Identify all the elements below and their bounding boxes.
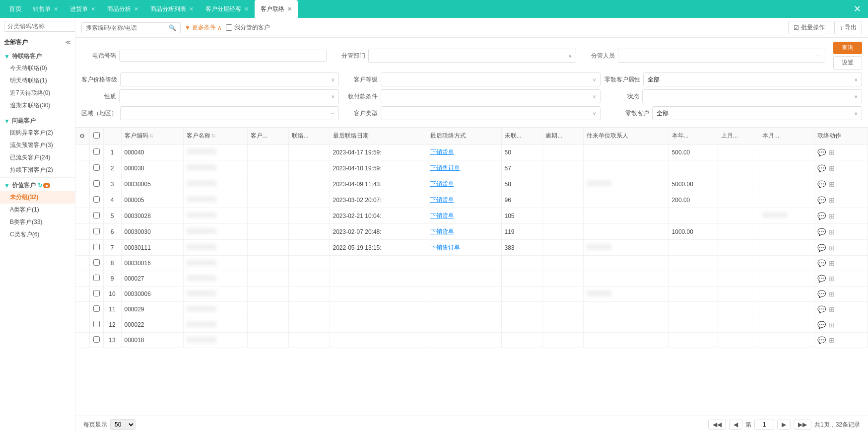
row-checkbox-cell[interactable] [89, 144, 103, 160]
row-checkbox-cell[interactable] [89, 317, 103, 333]
window-close-icon[interactable]: ✕ [851, 3, 864, 14]
status-select[interactable]: ∨ [642, 89, 862, 103]
row-checkbox-cell[interactable] [89, 176, 103, 192]
chat-icon[interactable]: 💬 [817, 212, 826, 220]
row-checkbox-cell[interactable] [89, 287, 103, 302]
chat-icon[interactable]: 💬 [817, 321, 826, 329]
row-last-method-cell[interactable] [427, 302, 501, 317]
row-last-method-cell[interactable] [427, 287, 501, 302]
sidebar-item-classB[interactable]: B类客户(33) [0, 216, 75, 228]
row-checkbox[interactable] [93, 244, 100, 250]
chat-icon[interactable]: 💬 [817, 336, 826, 344]
row-checkbox-cell[interactable] [89, 256, 103, 271]
sidebar-item-classC[interactable]: C类客户(6) [0, 228, 75, 241]
grid-icon[interactable]: ⊞ [829, 336, 835, 344]
row-last-method-cell[interactable]: 下销货单 [427, 176, 501, 192]
col-checkbox-all[interactable] [89, 128, 103, 144]
payment-select[interactable]: ∨ [381, 89, 601, 103]
tab-analysis-list[interactable]: 商品分析列表 ✕ [144, 0, 200, 18]
row-checkbox[interactable] [93, 212, 100, 218]
row-checkbox[interactable] [93, 196, 100, 203]
grid-icon[interactable]: ⊞ [829, 259, 835, 267]
grid-icon[interactable]: ⊞ [829, 275, 835, 283]
last-method-link[interactable]: 下销货单 [430, 228, 454, 235]
row-checkbox[interactable] [93, 321, 100, 327]
chat-icon[interactable]: 💬 [817, 290, 826, 298]
last-method-link[interactable]: 下销售订单 [430, 164, 460, 171]
row-checkbox[interactable] [93, 336, 100, 343]
row-checkbox-cell[interactable] [89, 224, 103, 240]
value-customers-group[interactable]: ▼ 价值客户 ↻ ● [0, 179, 75, 191]
sort-name-icon[interactable]: ⇅ [211, 133, 215, 139]
col-settings[interactable]: ⚙ [75, 128, 89, 144]
customer-grade-select[interactable]: ∨ [381, 72, 601, 86]
row-checkbox[interactable] [93, 305, 100, 312]
row-last-method-cell[interactable]: 下销货单 [427, 224, 501, 240]
col-name[interactable]: 客户名称⇅ [183, 128, 247, 144]
col-last-method[interactable]: 最后联络方式 [427, 128, 501, 144]
chat-icon[interactable]: 💬 [817, 164, 826, 172]
last-method-link[interactable]: 下销货单 [430, 148, 454, 155]
close-sales-icon[interactable]: ✕ [54, 6, 58, 12]
col-overdue[interactable]: 逾期... [542, 128, 584, 144]
next-page-btn[interactable]: ▶ [777, 420, 791, 430]
chat-icon[interactable]: 💬 [817, 305, 826, 313]
sidebar-item-abnormal[interactable]: 回购异常客户(2) [0, 127, 75, 139]
row-checkbox-cell[interactable] [89, 271, 103, 287]
close-customer-contact-icon[interactable]: ✕ [287, 6, 292, 12]
row-checkbox-cell[interactable] [89, 160, 103, 176]
grid-icon[interactable]: ⊞ [829, 290, 835, 298]
tab-home[interactable]: 首页 [4, 0, 27, 18]
col-type[interactable]: 客户... [247, 128, 288, 144]
chat-icon[interactable]: 💬 [817, 228, 826, 236]
price-grade-select[interactable]: ∨ [120, 72, 339, 86]
retail-attr-select[interactable]: 全部 ∨ [643, 72, 862, 86]
reset-btn[interactable]: 设置 [833, 56, 862, 70]
my-customers-checkbox[interactable] [226, 24, 232, 31]
property-select[interactable]: ∨ [119, 89, 339, 103]
retail-customer-select[interactable]: 全部 ∨ [652, 106, 862, 120]
row-checkbox[interactable] [93, 180, 100, 187]
search-input[interactable] [86, 24, 169, 31]
close-analysis-icon[interactable]: ✕ [134, 6, 138, 12]
customer-type-select[interactable]: ∨ [381, 106, 601, 120]
grid-icon[interactable]: ⊞ [829, 164, 835, 172]
row-checkbox-cell[interactable] [89, 192, 103, 208]
region-select[interactable]: ··· [120, 106, 339, 120]
tab-customer-segment[interactable]: 客户分层经客 ✕ [200, 0, 255, 18]
export-btn[interactable]: ↓ 导出 [834, 21, 862, 34]
row-checkbox[interactable] [93, 259, 100, 266]
chat-icon[interactable]: 💬 [817, 259, 826, 267]
grid-icon[interactable]: ⊞ [829, 244, 835, 252]
close-customer-segment-icon[interactable]: ✕ [244, 6, 249, 12]
grid-icon[interactable]: ⊞ [829, 196, 835, 204]
row-checkbox[interactable] [93, 148, 100, 155]
page-number-input[interactable] [754, 420, 774, 430]
row-checkbox-cell[interactable] [89, 302, 103, 317]
sidebar-item-lost[interactable]: 已流失客户(24) [0, 151, 75, 164]
sidebar-item-week[interactable]: 近7天待联络(0) [0, 87, 75, 99]
col-contact[interactable]: 联络... [288, 128, 330, 144]
tab-sales[interactable]: 销售单 ✕ [27, 0, 64, 18]
sidebar-item-tomorrow[interactable]: 明天待联络(1) [0, 74, 75, 87]
chat-icon[interactable]: 💬 [817, 180, 826, 188]
col-this-month[interactable]: 本月... [759, 128, 814, 144]
sidebar-item-declining[interactable]: 持续下滑客户(2) [0, 164, 75, 176]
per-page-select[interactable]: 50 100 200 [110, 419, 135, 430]
grid-icon[interactable]: ⊞ [829, 180, 835, 188]
row-last-method-cell[interactable]: 下销货单 [427, 208, 501, 224]
col-no-contact[interactable]: 未联... [501, 128, 542, 144]
sidebar-search-input[interactable] [4, 21, 75, 32]
staff-select[interactable]: ··· [618, 49, 825, 63]
refresh-icon[interactable]: ↻ [38, 182, 42, 189]
search-box[interactable]: 🔍 [81, 22, 181, 33]
row-last-method-cell[interactable] [427, 256, 501, 271]
row-checkbox-cell[interactable] [89, 333, 103, 348]
sidebar-item-today[interactable]: 今天待联络(0) [0, 62, 75, 74]
my-customers-checkbox-label[interactable]: 我分管的客户 [226, 23, 270, 32]
row-checkbox[interactable] [93, 164, 100, 171]
select-all-checkbox[interactable] [93, 132, 100, 139]
row-last-method-cell[interactable] [427, 271, 501, 287]
tab-purchase[interactable]: 进货单 ✕ [64, 0, 101, 18]
grid-icon[interactable]: ⊞ [829, 321, 835, 329]
